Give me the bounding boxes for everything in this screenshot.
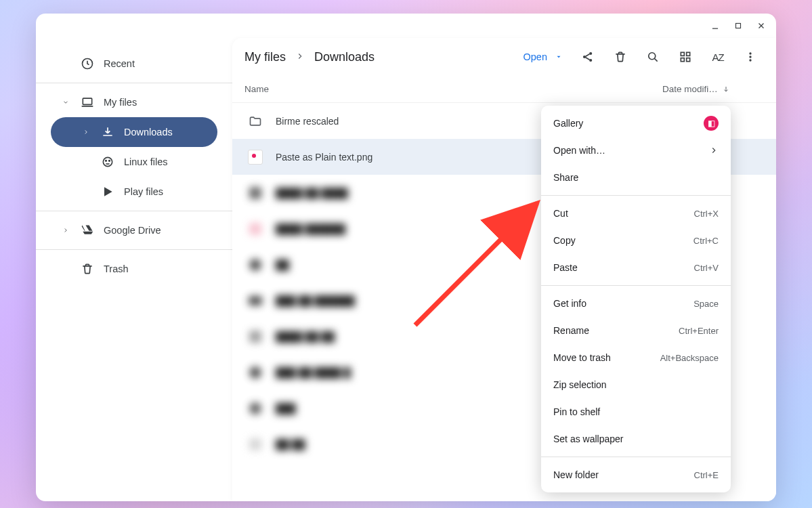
maximize-icon xyxy=(733,21,743,30)
window-maximize-button[interactable] xyxy=(729,16,748,35)
sidebar-label: Downloads xyxy=(124,127,173,137)
kebab-icon xyxy=(744,50,757,64)
chevron-right-icon xyxy=(295,50,305,64)
menu-zip[interactable]: Zip selection xyxy=(541,371,731,398)
file-icon xyxy=(244,331,266,343)
caret-down-icon xyxy=(555,54,562,60)
sidebar-label: Linux files xyxy=(124,156,167,167)
svg-line-13 xyxy=(586,54,590,56)
svg-point-7 xyxy=(103,157,112,166)
gallery-app-icon: ◧ xyxy=(704,116,719,131)
file-icon xyxy=(244,296,266,305)
menu-separator xyxy=(541,457,731,457)
window-close-button[interactable] xyxy=(752,16,771,35)
svg-rect-18 xyxy=(687,52,690,56)
close-icon xyxy=(756,21,766,30)
share-button[interactable] xyxy=(574,43,601,70)
menu-separator xyxy=(541,285,731,286)
sidebar: Recent My files xyxy=(36,38,232,501)
chevron-down-icon xyxy=(60,99,71,106)
search-button[interactable] xyxy=(639,43,666,70)
menu-move-to-trash[interactable]: Move to trash Alt+Backspace xyxy=(541,344,731,371)
file-icon xyxy=(244,438,266,450)
file-icon xyxy=(244,223,266,235)
breadcrumb: My files Downloads xyxy=(244,50,375,64)
menu-separator xyxy=(541,195,731,196)
context-menu: Gallery ◧ Open with… Share Cut Ctrl+X Co… xyxy=(541,106,731,492)
sidebar-label: Play files xyxy=(124,186,163,197)
sidebar-item-play-files[interactable]: Play files xyxy=(51,177,217,207)
sort-desc-icon xyxy=(722,85,730,93)
sidebar-label: Trash xyxy=(104,263,129,274)
svg-rect-5 xyxy=(83,98,91,104)
svg-point-9 xyxy=(109,161,110,162)
download-icon xyxy=(101,125,114,139)
svg-rect-20 xyxy=(687,58,690,62)
laptop-icon xyxy=(81,96,94,109)
sidebar-item-my-files[interactable]: My files xyxy=(51,87,217,117)
drive-icon xyxy=(81,224,94,237)
minimize-icon xyxy=(710,21,720,30)
svg-point-21 xyxy=(749,52,751,54)
chevron-right-icon xyxy=(60,227,71,234)
menu-open-with[interactable]: Open with… xyxy=(541,137,731,164)
breadcrumb-root[interactable]: My files xyxy=(244,50,286,64)
sidebar-item-recent[interactable]: Recent xyxy=(51,49,217,79)
open-button[interactable]: Open xyxy=(517,47,569,66)
menu-share[interactable]: Share xyxy=(541,164,731,191)
trash-icon xyxy=(614,50,627,64)
sort-button[interactable]: AZ xyxy=(704,43,731,70)
menu-set-wallpaper[interactable]: Set as wallpaper xyxy=(541,425,731,452)
delete-button[interactable] xyxy=(607,43,634,70)
menu-new-folder[interactable]: New folder Ctrl+E xyxy=(541,461,731,488)
menu-pin-to-shelf[interactable]: Pin to shelf xyxy=(541,398,731,425)
menu-copy[interactable]: Copy Ctrl+C xyxy=(541,227,731,254)
sidebar-item-trash[interactable]: Trash xyxy=(51,254,217,284)
file-icon xyxy=(244,402,266,415)
open-label: Open xyxy=(523,51,547,62)
window-minimize-button[interactable] xyxy=(706,16,725,35)
file-icon xyxy=(244,259,266,271)
column-name[interactable]: Name xyxy=(244,84,662,94)
trash-icon xyxy=(81,262,94,276)
sidebar-item-linux-files[interactable]: Linux files xyxy=(51,147,217,177)
breadcrumb-current: Downloads xyxy=(314,50,375,64)
svg-rect-19 xyxy=(681,58,684,62)
svg-point-8 xyxy=(106,161,107,162)
svg-rect-17 xyxy=(681,52,684,56)
sidebar-label: My files xyxy=(104,97,137,108)
svg-line-16 xyxy=(655,59,658,62)
chevron-right-icon xyxy=(709,146,719,155)
search-icon xyxy=(646,50,660,64)
svg-line-14 xyxy=(586,58,590,60)
menu-rename[interactable]: Rename Ctrl+Enter xyxy=(541,317,731,344)
sidebar-label: Recent xyxy=(104,58,135,69)
view-grid-button[interactable] xyxy=(672,43,699,70)
file-icon xyxy=(244,187,266,199)
sort-az-icon: AZ xyxy=(712,51,723,63)
clock-icon xyxy=(81,57,94,70)
more-button[interactable] xyxy=(737,43,764,70)
sidebar-item-downloads[interactable]: Downloads xyxy=(51,117,217,147)
file-icon xyxy=(244,366,266,379)
svg-rect-1 xyxy=(736,24,741,28)
files-app-window: Recent My files xyxy=(36,14,776,501)
svg-point-15 xyxy=(649,53,656,60)
sidebar-item-google-drive[interactable]: Google Drive xyxy=(51,215,217,245)
sidebar-label: Google Drive xyxy=(104,225,161,236)
image-thumbnail-icon xyxy=(244,150,266,165)
column-headers: Name Date modifi… xyxy=(232,76,776,103)
column-date[interactable]: Date modifi… xyxy=(662,84,764,94)
svg-point-22 xyxy=(749,56,751,58)
menu-paste[interactable]: Paste Ctrl+V xyxy=(541,254,731,281)
chevron-right-icon xyxy=(81,129,91,135)
menu-gallery[interactable]: Gallery ◧ xyxy=(541,110,731,137)
grid-icon xyxy=(679,50,692,64)
folder-icon xyxy=(244,114,266,128)
play-icon xyxy=(101,185,114,198)
linux-icon xyxy=(101,155,114,169)
menu-cut[interactable]: Cut Ctrl+X xyxy=(541,200,731,227)
share-icon xyxy=(581,50,595,64)
svg-point-23 xyxy=(749,59,751,61)
menu-get-info[interactable]: Get info Space xyxy=(541,290,731,317)
